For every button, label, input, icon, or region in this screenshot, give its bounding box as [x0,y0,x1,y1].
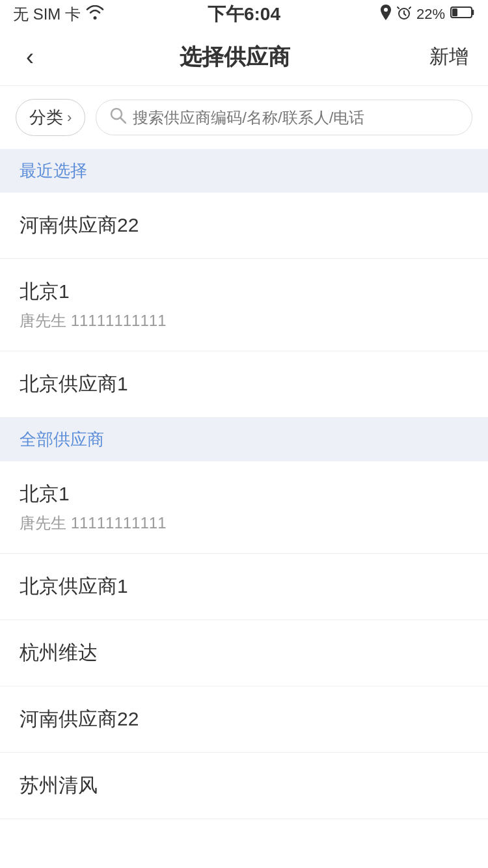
status-bar: 无 SIM 卡 下午6:04 22% [0,0,488,29]
list-item[interactable]: 北京供应商1 [0,554,488,620]
item-name: 苏州清风 [20,772,468,799]
item-name: 河南供应商22 [20,706,468,733]
all-section-header: 全部供应商 [0,418,488,461]
status-right: 22% [380,5,475,24]
search-box [96,100,472,135]
search-input[interactable] [133,109,459,127]
list-item[interactable]: 河南供应商22 [0,193,488,259]
status-time: 下午6:04 [208,2,280,27]
status-left: 无 SIM 卡 [13,4,104,25]
list-item[interactable]: 北京1唐先生 11111111111 [0,259,488,351]
item-name: 杭州维达 [20,640,468,666]
svg-rect-2 [452,8,457,16]
add-button[interactable]: 新增 [429,44,468,70]
list-item[interactable]: 苏州清风 [0,753,488,819]
list-item[interactable]: 河南供应商22 [0,686,488,753]
category-button[interactable]: 分类 › [16,99,85,136]
location-icon [380,5,392,24]
item-name: 河南供应商22 [20,212,468,239]
chevron-right-icon: › [67,109,72,126]
carrier-text: 无 SIM 卡 [13,4,81,25]
recent-section-label: 最近选择 [20,161,87,180]
alarm-icon [397,5,411,23]
item-name: 北京供应商1 [20,371,468,398]
all-items-list: 北京1唐先生 11111111111北京供应商1杭州维达河南供应商22苏州清风 [0,461,488,819]
list-item[interactable]: 杭州维达 [0,620,488,686]
svg-line-4 [120,118,126,123]
page-title: 选择供应商 [180,42,290,72]
item-sub: 唐先生 11111111111 [20,310,468,331]
search-icon [109,107,126,128]
item-name: 北京1 [20,481,468,508]
item-sub: 唐先生 11111111111 [20,513,468,534]
battery-text: 22% [416,6,445,23]
category-label: 分类 [29,106,63,129]
list-item[interactable]: 北京1唐先生 11111111111 [0,461,488,554]
recent-items-list: 河南供应商22北京1唐先生 11111111111北京供应商1 [0,193,488,418]
list-item[interactable]: 北京供应商1 [0,351,488,418]
item-name: 北京1 [20,278,468,305]
item-name: 北京供应商1 [20,573,468,600]
recent-section-header: 最近选择 [0,149,488,193]
wifi-icon [86,5,104,23]
battery-icon [450,6,475,23]
all-section-label: 全部供应商 [20,429,104,449]
back-button[interactable]: ‹ [20,37,40,77]
filter-bar: 分类 › [0,86,488,149]
nav-bar: ‹ 选择供应商 新增 [0,29,488,86]
